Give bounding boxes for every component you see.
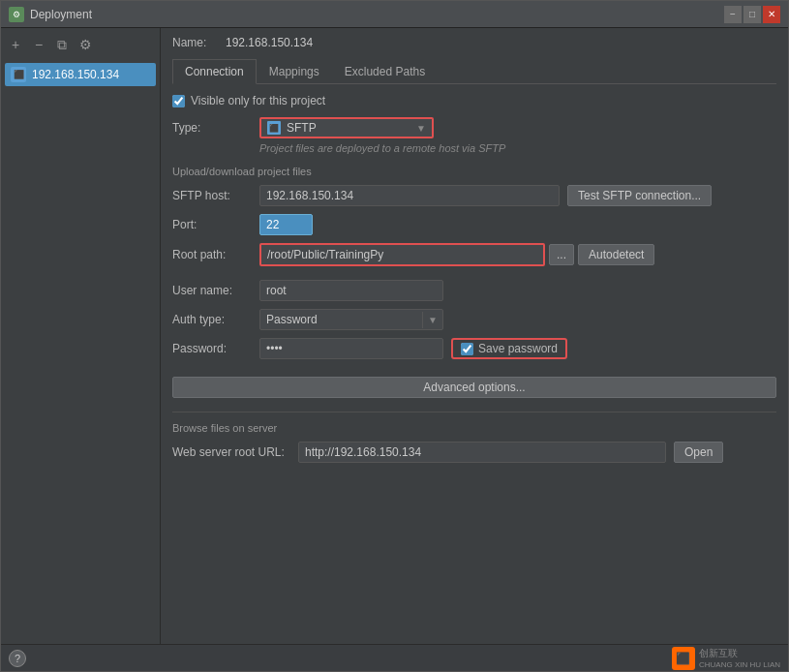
type-description: Project files are deployed to a remote h… — [259, 142, 776, 154]
autodetect-button[interactable]: Autodetect — [578, 244, 654, 265]
dropdown-arrow-icon: ▼ — [416, 123, 426, 134]
username-row: User name: — [172, 280, 776, 301]
brand-icon: ⬛ — [672, 647, 695, 670]
sftp-icon: ⬛ — [267, 121, 281, 135]
username-label: User name: — [172, 284, 259, 297]
save-password-checkbox[interactable] — [461, 343, 473, 355]
open-button[interactable]: Open — [674, 442, 723, 463]
tab-excluded-paths[interactable]: Excluded Paths — [332, 59, 438, 83]
save-password-label: Save password — [478, 342, 558, 355]
visible-checkbox[interactable] — [172, 95, 185, 107]
brand-line2: CHUANG XIN HU LIAN — [699, 660, 780, 669]
type-label: Type: — [172, 121, 259, 135]
auth-type-label: Auth type: — [172, 313, 259, 326]
add-server-button[interactable]: + — [5, 34, 26, 55]
brand-line1: 创新互联 — [699, 647, 780, 660]
tab-mappings[interactable]: Mappings — [257, 59, 332, 83]
server-icon: ⬛ — [11, 67, 26, 82]
save-password-container: Save password — [451, 338, 567, 359]
name-label: Name: — [172, 36, 226, 49]
auth-type-value: Password — [260, 310, 422, 329]
browse-section-label: Browse files on server — [172, 422, 776, 434]
visible-checkbox-row: Visible only for this project — [172, 94, 776, 107]
server-name: 192.168.150.134 — [32, 68, 119, 81]
server-item[interactable]: ⬛ 192.168.150.134 — [5, 63, 156, 86]
test-sftp-button[interactable]: Test SFTP connection... — [567, 185, 712, 206]
brand-logo: ⬛ 创新互联 CHUANG XIN HU LIAN — [672, 647, 780, 670]
maximize-button[interactable]: □ — [743, 6, 761, 23]
auth-dropdown-arrow-icon: ▼ — [422, 312, 442, 328]
title-bar-buttons: − □ ✕ — [724, 6, 780, 23]
username-input[interactable] — [259, 280, 443, 301]
main-content: + − ⧉ ⚙ ⬛ 192.168.150.134 Name: 192.168.… — [1, 28, 788, 644]
root-path-label: Root path: — [172, 248, 259, 261]
advanced-options-button[interactable]: Advanced options... — [172, 377, 776, 398]
window-icon: ⚙ — [9, 7, 24, 22]
sftp-host-label: SFTP host: — [172, 189, 259, 202]
sftp-host-input[interactable] — [259, 185, 560, 206]
name-value: 192.168.150.134 — [226, 36, 313, 49]
password-row: Password: Save password — [172, 338, 776, 359]
brand-text: 创新互联 CHUANG XIN HU LIAN — [699, 647, 780, 669]
password-label: Password: — [172, 342, 259, 355]
web-url-label: Web server root URL: — [172, 445, 298, 459]
tab-connection[interactable]: Connection — [172, 59, 257, 84]
root-path-input[interactable] — [259, 243, 545, 266]
help-button[interactable]: ? — [9, 650, 26, 667]
type-row: Type: ⬛ SFTP ▼ — [172, 117, 776, 138]
window-title: Deployment — [30, 8, 724, 21]
auth-type-row: Auth type: Password ▼ — [172, 309, 776, 330]
web-url-input[interactable] — [298, 442, 666, 463]
minimize-button[interactable]: − — [724, 6, 742, 23]
name-row: Name: 192.168.150.134 — [172, 36, 776, 49]
right-panel: Name: 192.168.150.134 Connection Mapping… — [161, 28, 788, 644]
close-button[interactable]: ✕ — [763, 6, 780, 23]
deployment-window: ⚙ Deployment − □ ✕ + − ⧉ ⚙ ⬛ 192.168.150… — [0, 0, 789, 672]
bottom-bar: ? ⬛ 创新互联 CHUANG XIN HU LIAN — [1, 644, 788, 671]
password-input[interactable] — [259, 338, 443, 359]
root-path-row: Root path: ... Autodetect — [172, 243, 776, 266]
divider — [172, 412, 776, 412]
sidebar-toolbar: + − ⧉ ⚙ — [5, 32, 156, 57]
upload-section-label: Upload/download project files — [172, 166, 776, 177]
auth-type-dropdown[interactable]: Password ▼ — [259, 309, 443, 330]
web-url-row: Web server root URL: Open — [172, 442, 776, 463]
port-row: Port: — [172, 214, 776, 235]
visible-checkbox-label: Visible only for this project — [191, 94, 325, 107]
sidebar: + − ⧉ ⚙ ⬛ 192.168.150.134 — [1, 28, 161, 644]
type-dropdown[interactable]: ⬛ SFTP ▼ — [259, 117, 434, 138]
type-value: SFTP — [287, 121, 410, 135]
port-input[interactable] — [259, 214, 313, 235]
copy-server-button[interactable]: ⧉ — [51, 34, 73, 55]
title-bar: ⚙ Deployment − □ ✕ — [1, 1, 788, 28]
settings-server-button[interactable]: ⚙ — [75, 34, 96, 55]
sftp-host-row: SFTP host: Test SFTP connection... — [172, 185, 776, 206]
remove-server-button[interactable]: − — [28, 34, 49, 55]
tabs: Connection Mappings Excluded Paths — [172, 59, 776, 84]
root-path-browse-button[interactable]: ... — [549, 244, 574, 265]
port-label: Port: — [172, 218, 259, 231]
